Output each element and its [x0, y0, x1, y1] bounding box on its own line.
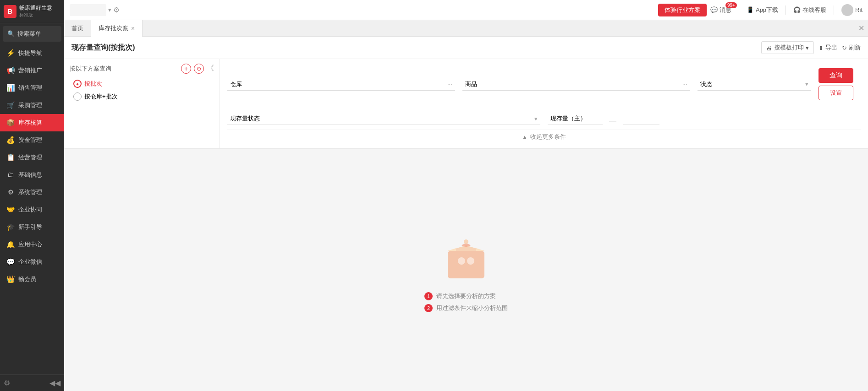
tabs-bar: 首页 库存批次账 × ✕ — [64, 20, 868, 37]
tab-home-label: 首页 — [71, 24, 83, 33]
sidebar-item-guide[interactable]: 🎓 新手引导 — [0, 218, 64, 236]
topbar-breadcrumb: ▾ ⚙ — [70, 4, 654, 16]
filter-option-warehouse-batch[interactable]: 按仓库+批次 — [70, 90, 214, 103]
filter-collapse-icon[interactable]: 《 — [207, 64, 214, 74]
filter-scheme-header: 按以下方案查询 + ⊙ 《 — [70, 64, 214, 74]
topbar-divider2 — [786, 5, 786, 15]
topbar-message[interactable]: 💬 消息 99+ — [710, 6, 731, 14]
sidebar-item-label: 采购管理 — [18, 101, 42, 109]
sidebar-item-collab[interactable]: 🤝 企业协同 — [0, 201, 64, 218]
sidebar-item-label: 经营管理 — [18, 153, 42, 162]
sidebar-item-inventory[interactable]: 📦 库存核算 — [0, 114, 64, 131]
sidebar-item-label: 应用中心 — [18, 240, 42, 249]
action-buttons: 查询 设置 — [819, 64, 861, 105]
filter-row-1: 仓库 ··· 商品 ··· 状态 ▾ — [227, 64, 861, 105]
step-1-text: 请先选择要分析的方案 — [436, 292, 496, 300]
svg-point-2 — [467, 257, 474, 265]
apps-icon: 🔔 — [6, 240, 15, 249]
settings-footer-icon[interactable]: ⚙ — [4, 379, 10, 387]
service-icon: 🎧 — [793, 6, 801, 13]
sidebar-item-sales[interactable]: 📊 销售管理 — [0, 79, 64, 97]
sidebar-item-quick-nav[interactable]: ⚡ 快捷导航 — [0, 44, 64, 62]
sidebar-item-label: 营销推广 — [18, 66, 42, 75]
export-label: 导出 — [825, 43, 837, 52]
breadcrumb-chevron-icon[interactable]: ▾ — [108, 6, 111, 13]
warehouse-label: 仓库 — [230, 80, 242, 88]
empty-step-1: 1 请先选择要分析的方案 — [424, 292, 508, 300]
collapse-more-button[interactable]: ▲ 收起更多条件 — [227, 130, 861, 144]
sidebar-item-wechat[interactable]: 💬 企业微信 — [0, 253, 64, 271]
print-label: 按模板打印 — [774, 43, 804, 52]
topbar-service[interactable]: 🎧 在线客服 — [793, 6, 826, 14]
filter-scheme-title: 按以下方案查询 — [70, 65, 111, 73]
product-more-icon[interactable]: ··· — [682, 81, 687, 87]
search-icon: 🔍 — [7, 30, 15, 37]
close-panel-icon: ✕ — [858, 24, 864, 33]
app-icon: 📱 — [747, 6, 754, 13]
topbar-app-download[interactable]: 📱 App下载 — [747, 6, 778, 14]
brand: B 畅康通好生意 标准版 — [4, 5, 60, 18]
print-button[interactable]: 🖨 按模板打印 ▾ — [761, 41, 814, 54]
sidebar-item-apps[interactable]: 🔔 应用中心 — [0, 236, 64, 253]
collapse-sidebar-icon[interactable]: ◀◀ — [49, 379, 60, 387]
sidebar-item-label: 系统管理 — [18, 188, 42, 196]
topbar-user[interactable]: Rit — [841, 4, 863, 16]
filter-add-button[interactable]: + — [181, 64, 191, 74]
export-button[interactable]: ⬆ 导出 — [819, 43, 837, 52]
collapse-chevron-icon: ▲ — [522, 134, 528, 141]
message-badge: 99+ — [725, 2, 737, 8]
settings-button[interactable]: 设置 — [819, 86, 853, 100]
tab-close-icon[interactable]: × — [131, 25, 135, 32]
svg-rect-0 — [448, 251, 484, 278]
filter-target-button[interactable]: ⊙ — [194, 64, 204, 74]
user-avatar — [841, 4, 853, 16]
basic-icon: 🗂 — [6, 171, 15, 179]
sidebar-item-finance[interactable]: 💰 资金管理 — [0, 131, 64, 149]
warehouse-more-icon[interactable]: ··· — [447, 81, 452, 87]
inventory-status-label: 现存量状态 — [230, 114, 260, 123]
close-panel-button[interactable]: ✕ — [858, 24, 864, 33]
sidebar-item-label: 资金管理 — [18, 136, 42, 144]
user-name: Rit — [855, 6, 863, 13]
sidebar-item-basic[interactable]: 🗂 基础信息 — [0, 166, 64, 184]
operations-icon: 📋 — [6, 153, 15, 162]
sidebar-item-label: 销售管理 — [18, 84, 42, 92]
sidebar-item-operations[interactable]: 📋 经营管理 — [0, 149, 64, 166]
brand-name: 畅康通好生意 — [19, 5, 52, 12]
sidebar-item-marketing[interactable]: 📢 营销推广 — [0, 62, 64, 79]
sidebar-item-system[interactable]: ⚙ 系统管理 — [0, 184, 64, 201]
filter-qty-range: 现存量（主） — — [548, 109, 861, 125]
status-chevron-icon[interactable]: ▾ — [805, 81, 808, 87]
service-label: 在线客服 — [802, 6, 826, 14]
step-2-text: 用过滤条件来缩小分析范围 — [436, 304, 508, 312]
guide-icon: 🎓 — [6, 223, 15, 231]
sidebar-item-purchase[interactable]: 🛒 采购管理 — [0, 97, 64, 114]
sidebar-search[interactable]: 🔍 搜索菜单 — [3, 26, 61, 42]
message-icon: 💬 — [710, 6, 718, 13]
refresh-button[interactable]: ↻ 刷新 — [842, 43, 861, 52]
inventory-icon: 📦 — [6, 119, 15, 127]
inventory-status-chevron-icon[interactable]: ▾ — [534, 115, 538, 122]
sidebar-item-member[interactable]: 👑 畅会员 — [0, 271, 64, 288]
sidebar-item-label: 基础信息 — [18, 171, 42, 179]
quick-nav-icon: ⚡ — [6, 49, 15, 57]
svg-point-1 — [458, 257, 465, 265]
tab-inventory-batch[interactable]: 库存批次账 × — [91, 20, 143, 37]
topbar-gear-icon[interactable]: ⚙ — [113, 5, 120, 14]
product-label: 商品 — [465, 80, 477, 88]
query-button[interactable]: 查询 — [819, 68, 853, 83]
status-label: 状态 — [700, 80, 712, 88]
topbar-search-input[interactable] — [70, 4, 106, 16]
trial-button[interactable]: 体验行业方案 — [658, 4, 707, 16]
qty-max-input[interactable] — [623, 121, 659, 125]
warehouse-batch-option-icon — [73, 92, 82, 101]
brand-info: 畅康通好生意 标准版 — [19, 5, 52, 18]
sidebar-item-label: 畅会员 — [18, 275, 36, 283]
main-area: ▾ ⚙ 体验行业方案 💬 消息 99+ 📱 App下载 🎧 在线客服 — [64, 0, 868, 391]
batch-option-icon: ● — [73, 80, 82, 88]
tab-home[interactable]: 首页 — [64, 20, 91, 37]
warehouse-batch-option-label: 按仓库+批次 — [84, 92, 118, 101]
filter-option-batch[interactable]: ● 按批次 — [70, 77, 214, 90]
filter-warehouse-field: 仓库 ··· — [227, 78, 455, 91]
filter-area: 按以下方案查询 + ⊙ 《 ● 按批次 按仓库+批次 — [64, 59, 868, 149]
